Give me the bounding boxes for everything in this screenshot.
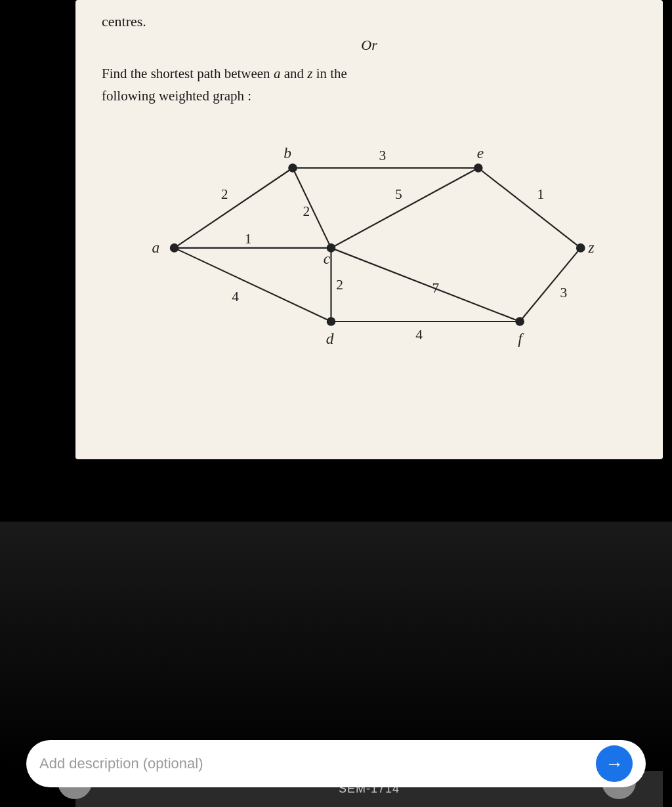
or-label: Or: [102, 37, 637, 54]
svg-line-10: [520, 248, 581, 321]
weight-ad: 4: [232, 289, 239, 304]
paper-area: centres. Or Find the shortest path betwe…: [75, 0, 663, 459]
question-text: Find the shortest path between a and z i…: [102, 63, 637, 107]
weight-ac: 1: [244, 231, 251, 247]
weight-ez: 1: [537, 186, 544, 202]
weight-be: 3: [379, 148, 386, 163]
svg-line-2: [174, 248, 331, 321]
svg-line-7: [331, 248, 520, 321]
weight-df: 4: [415, 327, 423, 342]
paper-content: centres. Or Find the shortest path betwe…: [75, 0, 663, 459]
submit-button[interactable]: →: [596, 745, 633, 782]
weight-cd: 2: [336, 277, 343, 293]
weight-fz: 3: [560, 285, 567, 300]
label-d: d: [326, 330, 333, 347]
label-c: c: [323, 250, 330, 267]
graph-container: 2 1 4 2 3 2 5 7 4 1 3: [114, 120, 625, 369]
node-f: [515, 317, 524, 326]
weight-cf: 7: [432, 280, 439, 296]
node-a: [169, 243, 178, 253]
label-e: e: [476, 145, 483, 162]
weight-ce: 5: [395, 186, 402, 202]
node-d: [326, 317, 335, 326]
svg-line-6: [331, 168, 478, 248]
input-bar[interactable]: Add description (optional) →: [26, 740, 646, 787]
label-a: a: [152, 239, 159, 256]
weight-ab: 2: [220, 186, 228, 202]
node-e: [473, 163, 482, 173]
var-a: a: [274, 66, 281, 81]
arrow-icon: →: [605, 753, 623, 774]
svg-line-3: [293, 168, 331, 248]
centres-text: centres.: [102, 13, 637, 30]
svg-line-9: [478, 168, 580, 248]
question-line2: following weighted graph :: [102, 88, 251, 104]
graph-svg: 2 1 4 2 3 2 5 7 4 1 3: [114, 120, 625, 369]
node-z: [576, 243, 585, 253]
node-b: [288, 163, 297, 173]
label-b: b: [284, 145, 291, 162]
svg-line-0: [174, 168, 292, 248]
label-f: f: [518, 330, 524, 347]
question-part1: Find the shortest path between: [102, 66, 274, 81]
dark-bottom: [0, 522, 672, 771]
question-part3: in the: [312, 66, 347, 81]
weight-bc: 2: [303, 203, 310, 219]
question-part2: and: [280, 66, 307, 81]
label-z: z: [587, 239, 594, 256]
input-placeholder: Add description (optional): [39, 755, 596, 772]
